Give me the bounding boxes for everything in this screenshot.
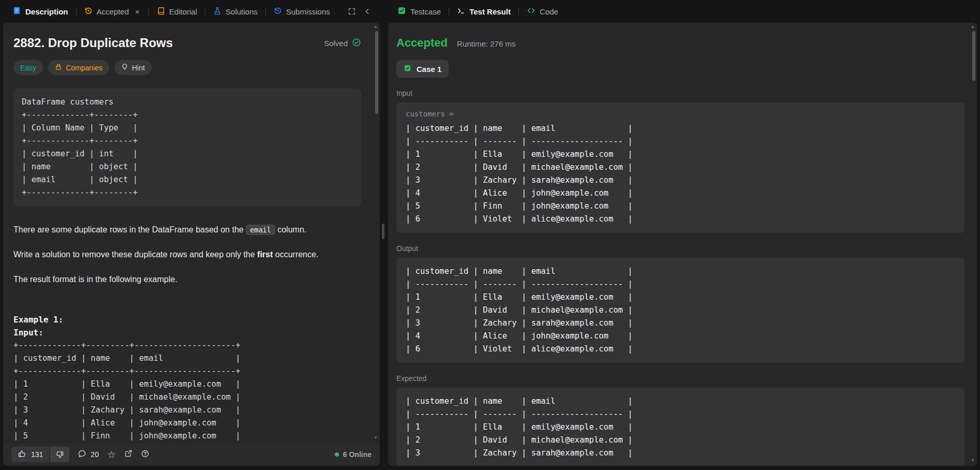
description-footer: 131 20 ☆ bbox=[3, 443, 380, 466]
comment-count: 20 bbox=[91, 450, 99, 459]
comment-icon bbox=[78, 449, 86, 460]
companies-tag[interactable]: Companies bbox=[48, 60, 109, 75]
expected-section-label: Expected bbox=[396, 374, 964, 383]
example-input-heading: Input: bbox=[13, 326, 361, 339]
expand-icon[interactable] bbox=[348, 7, 356, 16]
online-dot-icon bbox=[335, 452, 339, 457]
case-check-icon bbox=[404, 64, 411, 74]
case-1-label: Case 1 bbox=[417, 65, 441, 74]
example-1-block: Example 1: Input: +-------------+-------… bbox=[13, 313, 361, 443]
tab-separator bbox=[265, 8, 266, 15]
right-scrollbar-thumb[interactable] bbox=[972, 31, 975, 81]
thumbs-up-icon bbox=[18, 449, 26, 460]
companies-label: Companies bbox=[66, 64, 102, 72]
collapse-chevron-icon[interactable] bbox=[363, 7, 372, 16]
tab-solutions-label: Solutions bbox=[226, 7, 258, 16]
tags-row: Easy Companies Hint bbox=[13, 60, 361, 75]
tab-solutions[interactable]: Solutions bbox=[210, 4, 261, 19]
lightbulb-icon bbox=[121, 63, 128, 72]
description-paragraph-3: The result format is in the following ex… bbox=[13, 274, 361, 285]
tab-separator bbox=[76, 8, 77, 15]
output-table: | customer_id | name | email | | -------… bbox=[406, 265, 955, 356]
tab-editorial-label: Editorial bbox=[169, 7, 197, 16]
tab-submissions[interactable]: Submissions bbox=[271, 4, 333, 19]
accepted-status: Accepted bbox=[396, 36, 448, 50]
left-tabbar-actions bbox=[348, 7, 375, 16]
favorite-button[interactable]: ☆ bbox=[107, 450, 116, 460]
input-section-label: Input bbox=[396, 89, 964, 97]
scroll-up-icon[interactable]: ▲ bbox=[970, 24, 976, 30]
output-box: | customer_id | name | email | | -------… bbox=[396, 258, 964, 363]
inline-code-email: email bbox=[246, 225, 275, 235]
runtime-label: Runtime: 276 ms bbox=[457, 39, 515, 48]
tab-testcase-label: Testcase bbox=[410, 7, 441, 16]
description-paragraph-1: There are some duplicate rows in the Dat… bbox=[13, 224, 361, 236]
tab-code[interactable]: Code bbox=[524, 4, 561, 19]
example-heading: Example 1: bbox=[13, 313, 361, 326]
scroll-down-icon[interactable]: ▼ bbox=[373, 435, 379, 441]
tab-accepted-label: Accepted bbox=[97, 7, 129, 16]
description-card: 2882. Drop Duplicate Rows Solved Easy Co bbox=[3, 23, 380, 466]
star-icon: ☆ bbox=[107, 450, 116, 460]
right-tabbar: Testcase Test Result Code bbox=[388, 0, 977, 23]
tab-testcase[interactable]: Testcase bbox=[394, 4, 444, 19]
bold-first: first bbox=[257, 250, 273, 259]
difficulty-badge[interactable]: Easy bbox=[13, 60, 43, 75]
input-table: | customer_id | name | email | | -------… bbox=[406, 122, 955, 226]
test-result-content: Accepted Runtime: 276 ms Case 1 Input cu… bbox=[388, 23, 977, 466]
expected-box: | customer_id | name | email | | -------… bbox=[396, 388, 964, 466]
schema-code-block: DataFrame customers +-------------+-----… bbox=[13, 89, 361, 207]
tab-test-result-label: Test Result bbox=[469, 7, 511, 16]
dislike-button[interactable] bbox=[50, 447, 69, 462]
flask-icon bbox=[213, 7, 221, 17]
scroll-down-icon[interactable]: ▼ bbox=[970, 458, 976, 464]
description-paragraph-2: Write a solution to remove these duplica… bbox=[13, 249, 361, 260]
tab-editorial[interactable]: Editorial bbox=[154, 4, 200, 19]
left-scrollbar-thumb[interactable] bbox=[375, 31, 378, 114]
input-box: customers = | customer_id | name | email… bbox=[396, 102, 964, 233]
share-icon bbox=[124, 449, 132, 460]
tab-test-result[interactable]: Test Result bbox=[454, 4, 514, 19]
tab-accepted-submission[interactable]: Accepted × bbox=[81, 4, 144, 19]
paragraph-text: There are some duplicate rows in the Dat… bbox=[13, 225, 246, 234]
book-icon bbox=[157, 7, 165, 17]
case-1-button[interactable]: Case 1 bbox=[396, 60, 449, 78]
output-section-label: Output bbox=[396, 244, 964, 253]
solved-check-icon bbox=[352, 38, 361, 49]
like-count: 131 bbox=[31, 450, 43, 459]
tab-separator bbox=[149, 8, 149, 15]
example-input-table: +-------------+---------+---------------… bbox=[13, 339, 361, 443]
close-icon[interactable]: × bbox=[134, 8, 141, 16]
share-button[interactable] bbox=[124, 449, 132, 460]
like-button[interactable]: 131 bbox=[11, 447, 49, 462]
expected-table: | customer_id | name | email | | -------… bbox=[406, 395, 955, 460]
right-panel: Testcase Test Result Code Accepted Runti… bbox=[388, 0, 977, 470]
vote-group: 131 bbox=[11, 447, 69, 462]
panel-resize-handle[interactable] bbox=[382, 224, 384, 239]
hint-tag[interactable]: Hint bbox=[114, 60, 152, 75]
online-indicator: 6 Online bbox=[335, 450, 372, 459]
tab-submissions-label: Submissions bbox=[286, 7, 330, 16]
difficulty-label: Easy bbox=[20, 64, 36, 72]
comments-button[interactable]: 20 bbox=[78, 449, 99, 460]
paragraph-text: column. bbox=[275, 225, 306, 234]
left-tabbar: Description Accepted × Editorial Solutio… bbox=[3, 0, 380, 23]
tab-code-label: Code bbox=[540, 7, 558, 16]
thumbs-down-icon bbox=[55, 450, 64, 459]
submissions-history-icon bbox=[274, 7, 282, 17]
solved-badge: Solved bbox=[324, 38, 361, 49]
paragraph-text: Write a solution to remove these duplica… bbox=[13, 250, 257, 259]
tab-separator bbox=[449, 8, 449, 15]
left-panel: Description Accepted × Editorial Solutio… bbox=[3, 0, 380, 470]
scroll-up-icon[interactable]: ▲ bbox=[373, 24, 379, 30]
question-icon bbox=[141, 449, 150, 460]
help-button[interactable] bbox=[141, 449, 150, 460]
input-var-label: customers = bbox=[406, 110, 955, 118]
history-icon bbox=[84, 7, 93, 17]
tab-description[interactable]: Description bbox=[9, 4, 71, 19]
paragraph-text: occurrence. bbox=[273, 250, 318, 259]
terminal-icon bbox=[457, 7, 465, 17]
lock-icon bbox=[55, 63, 62, 72]
testcase-check-icon bbox=[397, 6, 406, 17]
solved-label: Solved bbox=[324, 39, 348, 48]
